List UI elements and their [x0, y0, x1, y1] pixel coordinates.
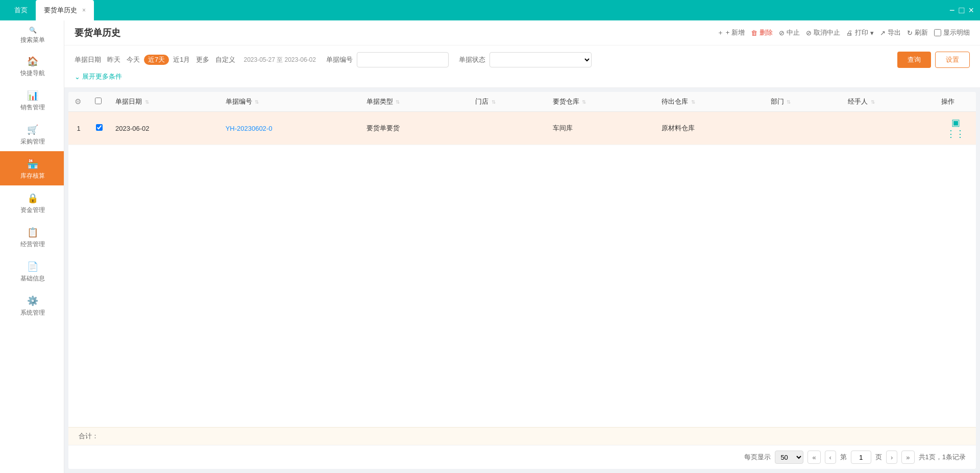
- display-detail-toggle[interactable]: 显示明细: [934, 28, 970, 37]
- select-all-checkbox[interactable]: [95, 98, 102, 104]
- shortcut-today[interactable]: 今天: [125, 55, 142, 65]
- sidebar-item-sales-mgmt[interactable]: 📊 销售管理: [0, 83, 64, 117]
- doc-type-cell: 要货单要货: [360, 112, 470, 145]
- quick-nav-icon: 🏠: [27, 56, 38, 67]
- sidebar-item-finance-label: 资金管理: [20, 206, 45, 215]
- shortcut-custom[interactable]: 自定义: [213, 55, 237, 65]
- sort-req-warehouse-icon[interactable]: ⇅: [582, 99, 586, 105]
- search-menu-icon: 🔍: [29, 27, 37, 34]
- expand-down-icon: ⌄: [75, 73, 80, 81]
- date-filter: 单据日期 昨天 今天 近7天 近1月 更多 自定义 2023-05-27 至 2…: [75, 55, 316, 65]
- cancel-suspend-label: 取消中止: [814, 28, 840, 37]
- shortcut-yesterday[interactable]: 昨天: [105, 55, 122, 65]
- next-page-btn[interactable]: ›: [886, 451, 897, 464]
- print-dropdown-icon: ▾: [870, 29, 874, 37]
- summary-label: 合计：: [79, 432, 99, 441]
- query-button[interactable]: 查询: [897, 52, 931, 68]
- new-btn[interactable]: ＋ + 新增: [717, 28, 745, 37]
- tab-home[interactable]: 首页: [6, 0, 36, 20]
- page-number-input[interactable]: [851, 451, 871, 464]
- sales-icon: 📊: [27, 90, 38, 101]
- sort-doc-number-icon[interactable]: ⇅: [255, 99, 259, 105]
- window-close-btn[interactable]: ×: [968, 5, 974, 16]
- doc-status-select[interactable]: [489, 52, 592, 67]
- table-area: ⚙ 单据日期 ⇅ 单据编号 ⇅: [68, 92, 976, 469]
- sidebar-item-system-mgmt[interactable]: ⚙️ 系统管理: [0, 288, 64, 322]
- sidebar-item-operations-mgmt[interactable]: 📋 经营管理: [0, 220, 64, 254]
- doc-number-filter: 单据编号: [326, 52, 449, 67]
- doc-number-label: 单据编号: [326, 55, 353, 64]
- req-warehouse-cell: 车间库: [547, 112, 656, 145]
- system-icon: ⚙️: [27, 295, 38, 306]
- sidebar-item-finance-mgmt[interactable]: 🔒 资金管理: [0, 185, 64, 220]
- operations-icon: 📋: [27, 227, 38, 238]
- th-handler: 经手人 ⇅: [842, 92, 935, 112]
- per-page-label: 每页显示: [744, 453, 771, 462]
- row-edit-icon[interactable]: ▣: [951, 117, 960, 128]
- refresh-btn[interactable]: ↻ 刷新: [907, 28, 928, 37]
- doc-number-link[interactable]: YH-20230602-0: [226, 125, 273, 132]
- suspend-label: 中止: [787, 28, 800, 37]
- shortcut-1month[interactable]: 近1月: [171, 55, 192, 65]
- sidebar-item-system-label: 系统管理: [20, 309, 45, 317]
- delete-btn[interactable]: 🗑 删除: [751, 28, 773, 37]
- sort-pending-warehouse-icon[interactable]: ⇅: [691, 99, 695, 105]
- setting-button[interactable]: 设置: [935, 52, 970, 68]
- window-controls: − □ ×: [949, 5, 974, 16]
- sort-handler-icon[interactable]: ⇅: [871, 99, 875, 105]
- row-checkbox[interactable]: [96, 124, 103, 131]
- sidebar-item-purchase-mgmt[interactable]: 🛒 采购管理: [0, 117, 64, 151]
- store-cell: [469, 112, 547, 145]
- shortcut-more[interactable]: 更多: [194, 55, 211, 65]
- first-page-btn[interactable]: «: [807, 451, 820, 464]
- sidebar-item-basic-info[interactable]: 📄 基础信息: [0, 254, 64, 288]
- data-table: ⚙ 单据日期 ⇅ 单据编号 ⇅: [68, 92, 976, 145]
- export-btn[interactable]: ↗ 导出: [880, 28, 901, 37]
- shortcut-7days[interactable]: 近7天: [144, 55, 169, 65]
- suspend-btn[interactable]: ⊘ 中止: [779, 28, 800, 37]
- total-info: 共1页，1条记录: [919, 453, 966, 462]
- prev-page-btn[interactable]: ‹: [825, 451, 836, 464]
- header-actions: ＋ + 新增 🗑 删除 ⊘ 中止 ⊘ 取消中止 🖨 打印: [717, 28, 970, 43]
- print-btn[interactable]: 🖨 打印 ▾: [846, 28, 874, 37]
- doc-date-cell: 2023-06-02: [109, 112, 219, 145]
- tab-requisition-history[interactable]: 要货单历史 ×: [36, 0, 94, 20]
- sidebar-item-quick-nav[interactable]: 🏠 快捷导航: [0, 49, 64, 83]
- table-row[interactable]: 1 2023-06-02 YH-20230602-0 要货单要货 车间库: [68, 112, 976, 145]
- column-settings-icon[interactable]: ⚙: [75, 97, 81, 106]
- page-suffix: 页: [875, 453, 882, 462]
- row-actions-cell: ▣ ⋮⋮: [935, 112, 976, 145]
- doc-number-input[interactable]: [357, 52, 449, 67]
- cancel-suspend-btn[interactable]: ⊘ 取消中止: [806, 28, 840, 37]
- refresh-icon: ↻: [907, 29, 913, 37]
- minimize-btn[interactable]: −: [949, 5, 955, 16]
- footer-summary: 合计：: [68, 427, 976, 445]
- display-detail-checkbox[interactable]: [934, 29, 941, 36]
- row-more-icon[interactable]: ⋮⋮: [946, 129, 965, 139]
- sort-department-icon[interactable]: ⇅: [787, 99, 791, 105]
- tab-close-icon[interactable]: ×: [82, 7, 86, 14]
- expand-row: ⌄ 展开更多条件: [75, 72, 970, 81]
- table-body: 1 2023-06-02 YH-20230602-0 要货单要货 车间库: [68, 112, 976, 145]
- page-header: 要货单历史 ＋ + 新增 🗑 删除 ⊘ 中止 ⊘ 取消中止: [64, 20, 980, 45]
- th-department: 部门 ⇅: [765, 92, 842, 112]
- last-page-btn[interactable]: »: [901, 451, 914, 464]
- filter-right-actions: 查询 设置: [897, 52, 970, 68]
- sidebar-item-search-menu[interactable]: 🔍 搜索菜单: [0, 20, 64, 49]
- maximize-btn[interactable]: □: [959, 5, 965, 16]
- sidebar-item-quick-nav-label: 快捷导航: [20, 69, 45, 78]
- date-label: 单据日期: [75, 55, 101, 64]
- th-doc-type: 单据类型 ⇅: [360, 92, 470, 112]
- header-row: ⚙ 单据日期 ⇅ 单据编号 ⇅: [68, 92, 976, 112]
- sidebar-item-inventory[interactable]: 🏪 库存核算: [0, 151, 64, 185]
- expand-more-btn[interactable]: ⌄ 展开更多条件: [75, 72, 970, 81]
- sort-doc-type-icon[interactable]: ⇅: [396, 99, 400, 105]
- expand-label: 展开更多条件: [82, 72, 122, 81]
- per-page-select[interactable]: 50 100 200: [775, 451, 803, 464]
- doc-number-cell: YH-20230602-0: [219, 112, 360, 145]
- sort-store-icon[interactable]: ⇅: [492, 99, 496, 105]
- tab-home-label: 首页: [14, 6, 28, 15]
- sidebar: 🔍 搜索菜单 🏠 快捷导航 📊 销售管理 🛒 采购管理 🏪 库存核算 🔒 资金管…: [0, 20, 64, 473]
- cancel-suspend-icon: ⊘: [806, 29, 812, 37]
- sort-doc-date-icon[interactable]: ⇅: [145, 99, 149, 105]
